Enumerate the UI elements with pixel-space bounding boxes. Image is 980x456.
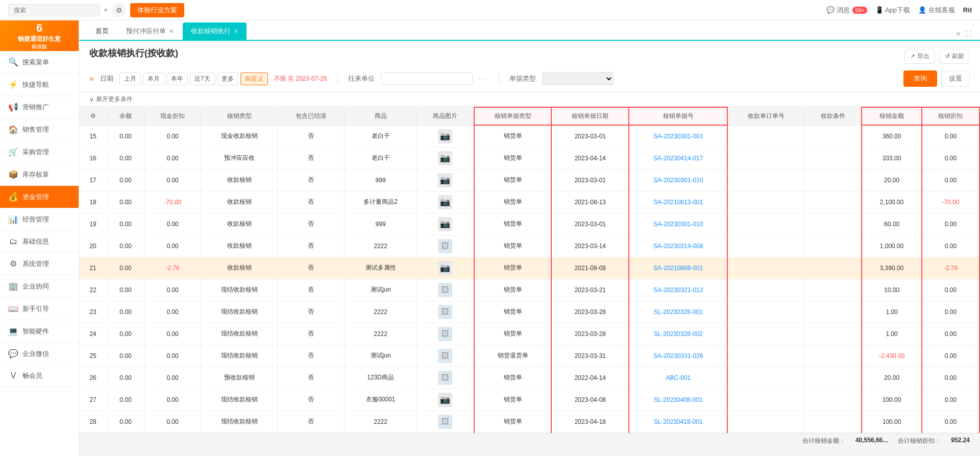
tab-collection[interactable]: 收款核销执行 ✕	[183, 22, 247, 40]
row-cancel-no[interactable]: SA-20230301-010	[629, 169, 727, 191]
date-custom[interactable]: 自定义	[240, 73, 268, 85]
main-area: 首页 预付冲应付单 ✕ 收款核销执行 ✕ ✕ ⛶ 收款核销执行(按收款)	[79, 20, 980, 456]
row-product: 测试多属性	[345, 257, 417, 279]
sidebar-item-enterprise[interactable]: 🏢 企业协同	[0, 275, 79, 298]
refresh-btn[interactable]: ↺ 刷新	[939, 49, 970, 64]
date-7days[interactable]: 近7天	[190, 73, 215, 85]
row-cancel-amount: 20.00	[862, 367, 921, 389]
date-this-month[interactable]: 本月	[143, 73, 164, 85]
query-btn[interactable]: 查询	[903, 70, 937, 87]
row-include-settled: 否	[278, 235, 345, 257]
row-cancel-amount: 333.00	[862, 147, 921, 169]
row-cancel-no[interactable]: SA-20230301-010	[629, 213, 727, 235]
sidebar-item-label: 营销推广	[22, 103, 49, 112]
sidebar-item-hardware[interactable]: 💻 智能硬件	[0, 320, 79, 343]
row-cancel-date: 2022-04-14	[551, 367, 629, 389]
sidebar-item-label: 销售管理	[22, 125, 49, 134]
date-this-year[interactable]: 本年	[166, 73, 188, 85]
row-cancel-no[interactable]: SL-20230408-001	[629, 389, 727, 411]
member-icon: V	[8, 371, 18, 380]
sidebar-item-operations[interactable]: 📊 经营管理	[0, 208, 79, 231]
row-cancel-type: 现结收款核销	[201, 279, 278, 301]
app-download-btn[interactable]: 📱 App下载	[875, 6, 910, 15]
sidebar-item-marketing[interactable]: 📢 营销推广	[0, 96, 79, 118]
expand-more-btn[interactable]: ∨ 展开更多条件	[89, 95, 133, 104]
sidebar-item-guide[interactable]: 📖 新手引导	[0, 298, 79, 320]
sidebar-item-purchase[interactable]: 🛒 采购管理	[0, 141, 79, 163]
row-balance: 0.00	[107, 125, 144, 147]
bill-type-select[interactable]	[542, 72, 614, 85]
row-balance: 0.00	[107, 169, 144, 191]
row-cash-discount: 0.00	[144, 345, 201, 367]
tab-home[interactable]: 首页	[87, 22, 117, 40]
export-btn[interactable]: ↗ 导出	[904, 49, 935, 64]
row-cancel-bill-type: 销货退货单	[474, 345, 552, 367]
row-product-image: 🖼	[416, 411, 474, 433]
row-cancel-no[interactable]: SA-20210808-001	[629, 257, 727, 279]
row-cancel-date: 2023-03-01	[551, 169, 629, 191]
row-cancel-no[interactable]: SA-20230414-017	[629, 147, 727, 169]
row-cancel-no[interactable]: SL-20230328-001	[629, 301, 727, 323]
industry-solution-btn[interactable]: 体验行业方案	[130, 3, 184, 17]
product-image: 🖼	[438, 283, 452, 297]
row-cancel-no[interactable]: SA-20230331-026	[629, 345, 727, 367]
sidebar-item-quicknav[interactable]: ⚡ 快捷导航	[0, 74, 79, 96]
online-service-btn[interactable]: 👤 在线客服	[918, 6, 955, 15]
sidebar-item-system[interactable]: ⚙ 系统管理	[0, 253, 79, 275]
close-collection-icon[interactable]: ✕	[234, 28, 238, 35]
table-row: 18 0.00 -70.00 收款核销 否 多计量商品2 📷 销货单 2021-…	[79, 191, 979, 213]
row-cancel-discount: 0.00	[922, 301, 979, 323]
filter-divider2	[499, 74, 499, 84]
table-row: 28 0.00 0.00 现结收款核销 否 2222 🖼 销货单 2023-04…	[79, 411, 979, 433]
row-cancel-no[interactable]: ABC-001	[629, 367, 727, 389]
sidebar-item-search[interactable]: 🔍 搜索菜单	[0, 51, 79, 74]
partner-dots[interactable]: ···	[479, 74, 488, 83]
dropdown-arrow[interactable]: ▾	[104, 6, 108, 14]
row-cancel-type: 现结收款核销	[201, 411, 278, 433]
base-icon: 🗂	[8, 237, 18, 246]
tab-prepay[interactable]: 预付冲应付单 ✕	[118, 22, 182, 40]
sidebar-item-base[interactable]: 🗂 基础信息	[0, 231, 79, 253]
product-image: 📷	[438, 217, 452, 231]
inventory-icon: 📦	[8, 170, 18, 179]
th-include-settled: 包含已结清	[278, 107, 345, 125]
row-include-settled: 否	[278, 257, 345, 279]
th-cash-discount: 现金折扣	[144, 107, 201, 125]
close-all-icon[interactable]: ✕	[955, 30, 961, 38]
row-include-settled: 否	[278, 323, 345, 345]
logo-area: 6 畅捷通谊好生意 标准版	[0, 20, 79, 51]
th-settings[interactable]: ⚙	[79, 107, 107, 125]
row-cancel-no[interactable]: SL-20230328-002	[629, 323, 727, 345]
row-receipt-condition	[804, 345, 862, 367]
date-more[interactable]: 更多	[217, 73, 238, 85]
row-cancel-no[interactable]: SL-20230418-001	[629, 411, 727, 433]
row-product-image: 🖼	[416, 235, 474, 257]
filter-settings-btn[interactable]: 设置	[941, 70, 970, 87]
message-btn[interactable]: 💬 消息 99+	[826, 6, 867, 15]
row-cancel-no[interactable]: SA-20230314-008	[629, 235, 727, 257]
row-product: 2222	[345, 301, 417, 323]
row-cancel-no[interactable]: SA-20230321-012	[629, 279, 727, 301]
sidebar-item-funds[interactable]: 💰 资金管理	[0, 186, 79, 208]
th-product-image: 商品图片	[416, 107, 474, 125]
sidebar-item-wechat[interactable]: 💬 企业微信	[0, 343, 79, 365]
row-cancel-no[interactable]: SA-20230301-001	[629, 125, 727, 147]
close-prepay-icon[interactable]: ✕	[169, 28, 174, 35]
row-receipt-order-no	[727, 279, 804, 301]
row-cancel-type: 现金收款核销	[201, 125, 278, 147]
guide-icon: 📖	[8, 304, 18, 314]
sidebar-item-sales[interactable]: 🏠 销售管理	[0, 118, 79, 141]
sidebar-item-inventory[interactable]: 📦 库存核算	[0, 163, 79, 186]
date-last-month[interactable]: 上月	[119, 73, 141, 85]
row-cash-discount: 0.00	[144, 147, 201, 169]
row-receipt-condition	[804, 169, 862, 191]
partner-input[interactable]	[381, 73, 473, 85]
row-cancel-date: 2023-04-08	[551, 389, 629, 411]
expand-arrow-icon[interactable]: »	[89, 74, 94, 83]
sidebar-item-member[interactable]: V 畅会员	[0, 365, 79, 387]
row-cancel-no[interactable]: SA-20210813-001	[629, 191, 727, 213]
search-input[interactable]	[8, 4, 100, 16]
maximize-icon[interactable]: ⛶	[965, 30, 972, 38]
settings-gear-btn[interactable]: ⚙	[112, 3, 126, 17]
row-product-image: 📷	[416, 169, 474, 191]
